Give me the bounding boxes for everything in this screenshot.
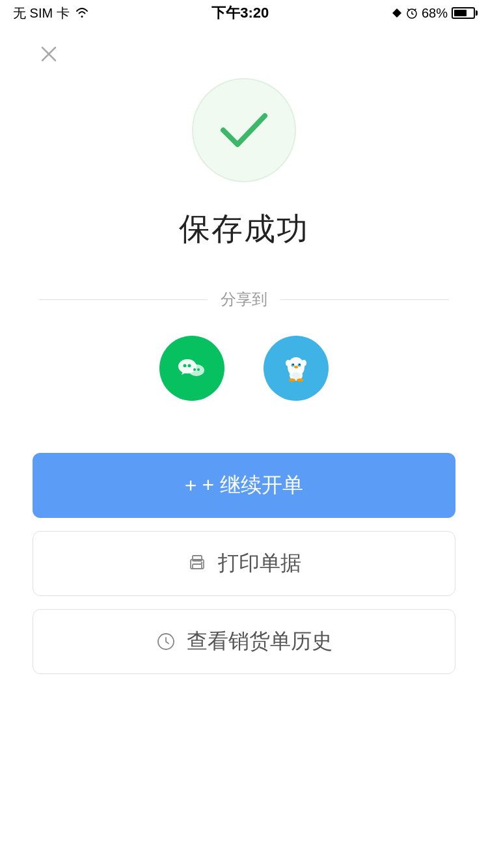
print-icon	[187, 553, 208, 574]
action-buttons: + + 继续开单 打印单据 查看销货单历史	[0, 453, 488, 674]
qq-share-button[interactable]	[264, 336, 329, 401]
success-circle	[192, 78, 296, 182]
print-label: 打印单据	[218, 549, 301, 578]
continue-icon: +	[185, 474, 197, 498]
svg-point-6	[188, 364, 191, 368]
history-button[interactable]: 查看销货单历史	[33, 609, 455, 674]
divider-line-left	[39, 299, 208, 300]
svg-point-16	[301, 360, 306, 366]
status-right: 68%	[392, 6, 475, 21]
close-button[interactable]	[33, 38, 65, 70]
main-content: 保存成功 分享到	[0, 26, 488, 674]
wechat-share-button[interactable]	[159, 336, 224, 401]
svg-point-18	[291, 372, 301, 379]
svg-point-15	[286, 360, 291, 366]
qq-icon	[277, 349, 316, 388]
svg-point-5	[183, 364, 187, 368]
history-icon	[156, 631, 176, 652]
svg-point-20	[297, 379, 303, 382]
wifi-icon	[75, 8, 89, 18]
svg-point-19	[289, 379, 295, 382]
sim-status: 无 SIM 卡	[13, 5, 70, 22]
close-icon	[39, 44, 59, 64]
svg-point-24	[201, 562, 203, 564]
battery-percent: 68%	[422, 6, 448, 21]
svg-rect-23	[193, 564, 202, 569]
divider-line-right	[280, 299, 449, 300]
print-button[interactable]: 打印单据	[33, 531, 455, 596]
success-title: 保存成功	[179, 208, 309, 250]
svg-point-13	[299, 364, 301, 365]
svg-point-12	[293, 364, 294, 365]
battery-icon	[452, 7, 475, 19]
status-time: 下午3:20	[211, 3, 269, 23]
continue-button[interactable]: + + 继续开单	[33, 453, 455, 518]
continue-label: + 继续开单	[202, 471, 304, 500]
share-icons-row	[159, 336, 329, 401]
svg-point-7	[193, 368, 196, 371]
status-bar: 无 SIM 卡 下午3:20 68%	[0, 0, 488, 26]
checkmark-icon	[218, 109, 270, 151]
status-left: 无 SIM 卡	[13, 5, 89, 22]
svg-point-4	[189, 364, 204, 376]
location-icon	[392, 8, 402, 18]
svg-point-14	[294, 366, 298, 368]
share-label: 分享到	[208, 289, 280, 310]
alarm-icon	[406, 7, 418, 19]
svg-point-8	[197, 368, 200, 371]
wechat-icon	[172, 349, 211, 388]
share-divider: 分享到	[0, 289, 488, 310]
history-label: 查看销货单历史	[187, 627, 332, 656]
